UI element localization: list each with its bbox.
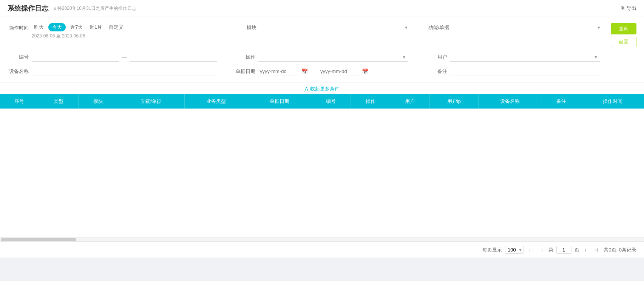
time-btn-yesterday[interactable]: 昨天 [32, 23, 46, 31]
number-input-end[interactable] [130, 53, 216, 62]
operation-select[interactable] [258, 53, 408, 62]
col-function: 功能/单据 [118, 94, 184, 109]
filter-item-module: 模块 ▼ [235, 23, 411, 32]
page-title: 系统操作日志 [8, 4, 48, 13]
operation-select-wrapper: ▼ [258, 53, 408, 62]
page-label: 第 [548, 247, 553, 253]
user-label: 用户 [426, 54, 447, 61]
data-table: 序号 类型 模块 功能/单据 业务类型 单据日期 编号 操作 用户 用户ip 设… [0, 94, 644, 109]
page-subtitle: 支持2020年10月31日之后产生的操作日志 [53, 5, 136, 12]
filter-item-device: 设备名称 [8, 67, 217, 76]
col-doc-date: 单据日期 [248, 94, 311, 109]
filter-item-operation: 操作 ▼ [234, 53, 408, 62]
user-select-wrapper: ▼ [450, 53, 600, 62]
horizontal-scrollbar[interactable] [0, 237, 644, 242]
first-page-button[interactable]: ⊢ [527, 246, 536, 254]
doc-date-control: 📅 — 📅 [258, 67, 408, 76]
user-select[interactable] [450, 53, 600, 62]
time-filter: 昨天 今天 近7天 近1月 自定义 2023-06-06 至 2023-06-0… [32, 23, 126, 39]
filter-item-doc-date: 单据日期 📅 — 📅 [234, 67, 408, 76]
time-btn-1month[interactable]: 近1月 [87, 23, 104, 31]
last-page-button[interactable]: ⊣ [591, 246, 601, 254]
filter-row-2: 编号 — 操作 ▼ 用户 [8, 53, 636, 62]
operation-label: 操作 [234, 54, 255, 61]
table-header-row: 序号 类型 模块 功能/单据 业务类型 单据日期 编号 操作 用户 用户ip 设… [0, 94, 644, 109]
export-button[interactable]: 🖹 导出 [620, 5, 636, 12]
doc-date-end-calendar-icon[interactable]: 📅 [362, 68, 368, 75]
time-label: 操作时间 [8, 23, 29, 31]
page-number-input[interactable]: 1 [556, 246, 571, 254]
module-control: ▼ [259, 23, 411, 32]
settings-button[interactable]: 设置 [611, 37, 636, 47]
remark-control [450, 67, 600, 76]
time-btn-today[interactable]: 今天 [48, 23, 66, 31]
filter-item-time: 操作时间 昨天 今天 近7天 近1月 自定义 2023-06-06 至 2023… [8, 23, 218, 39]
time-buttons: 昨天 今天 近7天 近1月 自定义 [32, 23, 126, 31]
doc-date-end-input[interactable] [319, 67, 360, 76]
module-label: 模块 [235, 24, 256, 31]
function-control: ▼ [452, 23, 603, 32]
export-label: 导出 [627, 5, 636, 12]
action-buttons: 查询 设置 [611, 23, 636, 47]
page-size-wrapper: 100 50 200 ▼ [505, 246, 524, 254]
col-operation: 操作 [351, 94, 390, 109]
time-btn-7days[interactable]: 近7天 [68, 23, 85, 31]
doc-date-dash: — [309, 69, 317, 75]
function-label: 功能/单据 [428, 24, 449, 31]
time-btn-custom[interactable]: 自定义 [107, 23, 126, 31]
col-number: 编号 [311, 94, 351, 109]
doc-date-label: 单据日期 [234, 68, 255, 75]
device-control [32, 67, 217, 76]
scrollbar-thumb[interactable] [1, 238, 76, 241]
number-label: 编号 [8, 54, 29, 61]
user-control: ▼ [450, 53, 600, 62]
empty-area [0, 109, 644, 237]
collapse-bar[interactable]: ⋀ 收起更多条件 [0, 82, 644, 94]
function-select-wrapper: ▼ [452, 23, 603, 32]
col-user-ip: 用户ip [429, 94, 478, 109]
device-label: 设备名称 [8, 68, 29, 75]
filter-item-number: 编号 — [8, 53, 217, 62]
page-size-select[interactable]: 100 50 200 [505, 246, 524, 254]
export-icon: 🖹 [620, 6, 625, 11]
number-control: — [32, 53, 217, 62]
col-biz-type: 业务类型 [185, 94, 248, 109]
function-select[interactable] [452, 23, 603, 32]
page-unit: 页 [575, 247, 579, 253]
module-select[interactable] [259, 23, 411, 32]
filter-item-user: 用户 ▼ [426, 53, 600, 62]
time-range-display: 2023-06-06 至 2023-06-06 [32, 33, 85, 39]
number-input-start[interactable] [32, 53, 119, 62]
page-header: 系统操作日志 支持2020年10月31日之后产生的操作日志 🖹 导出 [0, 0, 644, 17]
filter-row-3: 设备名称 单据日期 📅 — 📅 备注 [8, 67, 636, 76]
filter-item-remark: 备注 [426, 67, 600, 76]
remark-input[interactable] [450, 67, 600, 76]
col-type: 类型 [39, 94, 78, 109]
col-op-time: 操作时间 [581, 94, 644, 109]
total-info: 共0页, 0条记录 [604, 247, 636, 253]
collapse-label: 收起更多条件 [310, 85, 340, 92]
page-size-label: 每页显示 [482, 247, 502, 253]
pagination-bar: 每页显示 100 50 200 ▼ ⊢ ‹ 第 1 页 › ⊣ 共0页, 0条记… [0, 242, 644, 258]
col-index: 序号 [0, 94, 39, 109]
number-dash: — [120, 54, 128, 60]
doc-date-start-input[interactable] [258, 67, 300, 76]
col-user: 用户 [390, 94, 429, 109]
filter-item-function: 功能/单据 ▼ [428, 23, 603, 32]
filter-row-1: 操作时间 昨天 今天 近7天 近1月 自定义 2023-06-06 至 2023… [8, 23, 636, 47]
collapse-icon: ⋀ [304, 86, 309, 92]
next-page-button[interactable]: › [582, 246, 589, 254]
remark-label: 备注 [426, 68, 447, 75]
col-module: 模块 [79, 94, 118, 109]
doc-date-start-calendar-icon[interactable]: 📅 [301, 68, 308, 75]
filter-panel: 操作时间 昨天 今天 近7天 近1月 自定义 2023-06-06 至 2023… [0, 17, 644, 82]
prev-page-button[interactable]: ‹ [539, 246, 545, 254]
module-select-wrapper: ▼ [259, 23, 411, 32]
col-device: 设备名称 [478, 94, 542, 109]
device-input[interactable] [32, 67, 217, 76]
query-button[interactable]: 查询 [611, 23, 636, 34]
table-container: 序号 类型 模块 功能/单据 业务类型 单据日期 编号 操作 用户 用户ip 设… [0, 94, 644, 237]
operation-control: ▼ [258, 53, 408, 62]
col-remark: 备注 [542, 94, 581, 109]
